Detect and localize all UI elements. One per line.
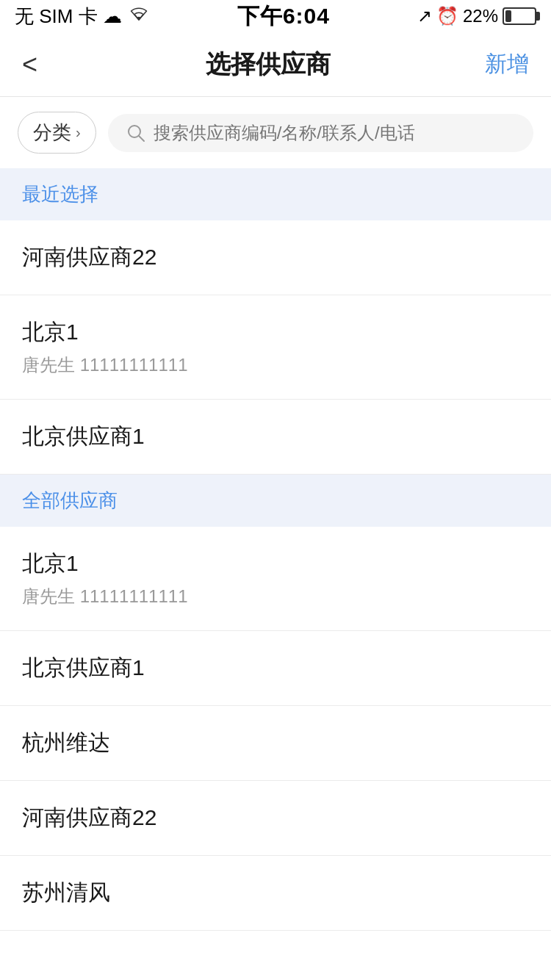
- supplier-name: 北京1: [22, 549, 529, 579]
- search-box[interactable]: [108, 114, 533, 152]
- supplier-name: 北京供应商1: [22, 422, 529, 452]
- nav-bar: < 选择供应商 新增: [0, 32, 551, 97]
- all-items-list: 北京1唐先生 11111111111北京供应商1杭州维达河南供应商22苏州清风: [0, 527, 551, 931]
- supplier-name: 河南供应商22: [22, 242, 529, 273]
- all-section-header: 全部供应商: [0, 475, 551, 527]
- wifi-icon: [128, 5, 150, 28]
- category-label: 分类: [33, 120, 71, 145]
- supplier-name: 北京供应商1: [22, 653, 529, 683]
- category-button[interactable]: 分类 ›: [18, 112, 96, 154]
- battery-icon: [503, 7, 536, 25]
- list-item[interactable]: 河南供应商22: [0, 220, 551, 295]
- page-title: 选择供应商: [206, 48, 331, 82]
- recent-section-header: 最近选择: [0, 168, 551, 220]
- all-label: 全部供应商: [22, 489, 118, 511]
- list-item[interactable]: 北京1唐先生 11111111111: [0, 295, 551, 400]
- location-icon: ↗: [417, 6, 432, 26]
- list-item[interactable]: 苏州清风: [0, 856, 551, 931]
- battery-percent: 22%: [463, 6, 498, 26]
- list-item[interactable]: 河南供应商22: [0, 781, 551, 856]
- svg-line-1: [139, 136, 144, 141]
- supplier-name: 河南供应商22: [22, 803, 529, 833]
- recent-label: 最近选择: [22, 183, 98, 205]
- supplier-name: 北京1: [22, 317, 529, 347]
- status-bar: 无 SIM 卡 ☁ 下午6:04 ↗ ⏰ 22%: [0, 0, 551, 32]
- sim-status: 无 SIM 卡 ☁: [15, 4, 122, 29]
- search-icon: [126, 123, 146, 143]
- supplier-sub: 唐先生 11111111111: [22, 585, 529, 608]
- list-item[interactable]: 北京供应商1: [0, 400, 551, 475]
- supplier-name: 苏州清风: [22, 878, 529, 908]
- status-left: 无 SIM 卡 ☁: [15, 4, 150, 29]
- supplier-name: 杭州维达: [22, 728, 529, 758]
- status-time: 下午6:04: [237, 1, 330, 32]
- supplier-sub: 唐先生 11111111111: [22, 353, 529, 377]
- filter-bar: 分类 ›: [0, 97, 551, 168]
- search-input[interactable]: [154, 123, 516, 143]
- status-right: ↗ ⏰ 22%: [417, 6, 536, 26]
- list-item[interactable]: 杭州维达: [0, 706, 551, 781]
- recent-items-list: 河南供应商22北京1唐先生 11111111111北京供应商1: [0, 220, 551, 475]
- list-item[interactable]: 北京1唐先生 11111111111: [0, 527, 551, 631]
- alarm-icon: ⏰: [436, 6, 458, 26]
- back-button[interactable]: <: [22, 49, 66, 80]
- chevron-right-icon: ›: [76, 124, 81, 141]
- add-button[interactable]: 新增: [470, 49, 529, 79]
- list-item[interactable]: 北京供应商1: [0, 631, 551, 706]
